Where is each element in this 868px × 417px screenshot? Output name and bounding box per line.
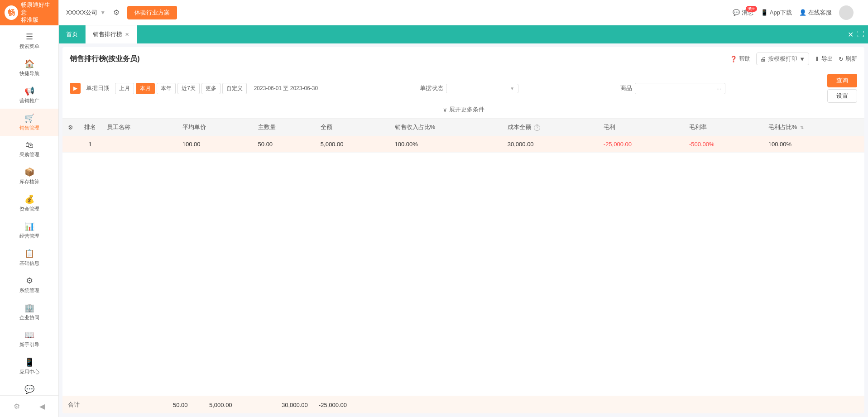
sidebar-item-quick-nav[interactable]: 🏠 快捷导航 <box>0 54 58 81</box>
tab-close-sales-rank[interactable]: ✕ <box>125 32 129 38</box>
system-icon: ⚙ <box>26 276 33 286</box>
row-employee-0 <box>101 136 177 153</box>
logo-text: 畅康通好生意 标准版 <box>21 1 54 24</box>
row-gross-rate-0: -500.00% <box>684 136 763 153</box>
date-btn-prev-month[interactable]: 上月 <box>115 83 134 94</box>
page-header: 销售排行榜(按业务员) ❓ 帮助 🖨 按模板打印 ▼ ⬇ 导出 <box>62 47 864 69</box>
sidebar-settings-btn[interactable]: ⚙ <box>14 402 20 411</box>
col-cost: 成本全额 ? <box>502 119 598 136</box>
guide-label: 新手引导 <box>19 341 39 348</box>
finance-icon: 💰 <box>24 194 34 204</box>
cost-info-icon[interactable]: ? <box>534 125 540 131</box>
tab-label-sales-rank: 销售排行榜 <box>93 30 122 38</box>
row-avg-price-0: 100.00 <box>177 136 253 153</box>
date-btn-this-year[interactable]: 本年 <box>157 83 176 94</box>
sidebar-item-basic-info[interactable]: 📋 基础信息 <box>0 244 58 271</box>
row-rank-0: 1 <box>79 136 101 153</box>
doc-status-label: 单据状态 <box>420 84 443 92</box>
refresh-icon: ↻ <box>839 56 844 62</box>
col-gross-profit: 毛利 <box>598 119 684 136</box>
header-right: 💬 消息 99+ 📱 App下载 👤 在线客服 <box>733 5 861 20</box>
print-icon: 🖨 <box>760 56 766 62</box>
system-label: 系统管理 <box>19 287 39 294</box>
online-service-btn[interactable]: 👤 在线客服 <box>799 9 832 17</box>
date-btn-more[interactable]: 更多 <box>201 83 221 94</box>
company-arrow-icon: ▼ <box>100 10 106 16</box>
help-btn[interactable]: ❓ 帮助 <box>730 55 751 63</box>
date-buttons: 上月本月本年近7天更多自定义 <box>115 83 247 94</box>
header-settings-btn[interactable]: ⚙ <box>110 6 123 19</box>
operations-icon: 📊 <box>24 221 34 231</box>
footer-label: 合计 <box>68 401 95 409</box>
col-sales-ratio: 销售收入占比% <box>389 119 502 136</box>
sidebar-item-purchase[interactable]: 🛍 采购管理 <box>0 136 58 163</box>
print-btn[interactable]: 🖨 按模板打印 ▼ <box>756 53 809 65</box>
enterprise-icon: 🏢 <box>24 303 34 313</box>
industry-btn[interactable]: 体验行业方案 <box>127 6 177 19</box>
marketing-label: 营销推广 <box>19 97 39 104</box>
sort-icon[interactable]: ⇅ <box>800 125 804 130</box>
message-btn[interactable]: 💬 消息 99+ <box>733 9 753 17</box>
expand-icon[interactable]: ⛶ <box>857 30 864 38</box>
footer-qty: 50.00 <box>168 402 204 408</box>
sidebar-item-system[interactable]: ⚙ 系统管理 <box>0 271 58 298</box>
company-selector[interactable]: XXXXX公司 ▼ <box>66 9 106 17</box>
col-avg-price: 平均单价 <box>177 119 253 136</box>
inventory-icon: 📦 <box>24 167 34 177</box>
query-btn[interactable]: 查询 <box>827 74 857 87</box>
sidebar-item-enterprise[interactable]: 🏢 企业协同 <box>0 298 58 326</box>
message-badge: 99+ <box>746 6 757 12</box>
export-btn[interactable]: ⬇ 导出 <box>815 55 833 63</box>
search-orders-label: 搜索菜单 <box>19 43 39 50</box>
settings-panel-btn[interactable]: 设置 <box>827 89 857 103</box>
footer-cells: 50.00 5,000.00 30,000.00 -25,000.00 <box>95 402 859 408</box>
col-gross-ratio: 毛利占比% ⇅ <box>763 119 864 136</box>
sidebar-item-marketing[interactable]: 📢 营销推广 <box>0 81 58 109</box>
app-download-btn[interactable]: 📱 App下载 <box>761 9 792 17</box>
row-sales-ratio-0: 100.00% <box>389 136 502 153</box>
tab-home[interactable]: 首页 <box>59 25 86 43</box>
date-btn-custom[interactable]: 自定义 <box>222 83 247 94</box>
basic-info-label: 基础信息 <box>19 260 39 267</box>
goods-more-icon: ··· <box>716 85 721 92</box>
sidebar-item-operations[interactable]: 📊 经营管理 <box>0 217 58 244</box>
expand-conditions-btn[interactable]: ∨ 展开更多条件 <box>70 103 857 114</box>
goods-label: 商品 <box>620 84 632 92</box>
date-btn-last7days[interactable]: 近7天 <box>177 83 200 94</box>
col-rank: 排名 <box>79 119 101 136</box>
goods-input[interactable]: ··· <box>635 83 725 94</box>
doc-status-filter: 单据状态 ▼ <box>420 84 518 93</box>
sidebar-collapse-btn[interactable]: ◀ <box>39 402 45 411</box>
doc-status-select[interactable]: ▼ <box>446 84 518 93</box>
sidebar-item-sales[interactable]: 🛒 销售管理 <box>0 109 58 136</box>
date-btn-this-month[interactable]: 本月 <box>136 83 155 94</box>
filter-toggle-btn[interactable]: ▶ <box>70 83 81 94</box>
sidebar-item-app-center[interactable]: 📱 应用中心 <box>0 353 58 380</box>
sidebar-item-search-orders[interactable]: ☰ 搜索菜单 <box>0 27 58 54</box>
sidebar: 畅 畅康通好生意 标准版 ☰ 搜索菜单🏠 快捷导航📢 营销推广🛒 销售管理🛍 采… <box>0 0 59 417</box>
table-row: 1 100.00 50.00 5,000.00 100.00% 30,000.0… <box>62 136 864 153</box>
sidebar-item-guide[interactable]: 📖 新手引导 <box>0 326 58 353</box>
search-orders-icon: ☰ <box>26 32 33 42</box>
quick-nav-label: 快捷导航 <box>19 70 39 77</box>
sidebar-item-wechat[interactable]: 💬 企业微信 <box>0 380 58 395</box>
tab-sales-rank[interactable]: 销售排行榜✕ <box>86 25 137 43</box>
basic-info-icon: 📋 <box>24 249 34 259</box>
service-icon: 👤 <box>799 9 806 16</box>
sidebar-logo: 畅 畅康通好生意 标准版 <box>0 0 58 25</box>
sidebar-item-finance[interactable]: 💰 资金管理 <box>0 190 58 217</box>
goods-filter: 商品 ··· <box>620 83 725 94</box>
col-amount: 全额 <box>315 119 389 136</box>
marketing-icon: 📢 <box>24 86 34 96</box>
sidebar-item-inventory[interactable]: 📦 库存核算 <box>0 163 58 190</box>
col-settings[interactable]: ⚙ <box>62 119 79 136</box>
enterprise-label: 企业协同 <box>19 314 39 321</box>
chevron-down-icon: ∨ <box>443 106 447 113</box>
help-icon: ❓ <box>730 56 737 62</box>
avatar[interactable] <box>839 5 854 20</box>
page-actions: ❓ 帮助 🖨 按模板打印 ▼ ⬇ 导出 ↻ 刷新 <box>730 53 857 65</box>
close-window-icon[interactable]: ✕ <box>848 30 854 39</box>
row-settings-0 <box>62 136 79 153</box>
refresh-btn[interactable]: ↻ 刷新 <box>839 55 857 63</box>
main-area: XXXXX公司 ▼ ⚙ 体验行业方案 💬 消息 99+ 📱 App下载 👤 在线… <box>59 0 868 417</box>
